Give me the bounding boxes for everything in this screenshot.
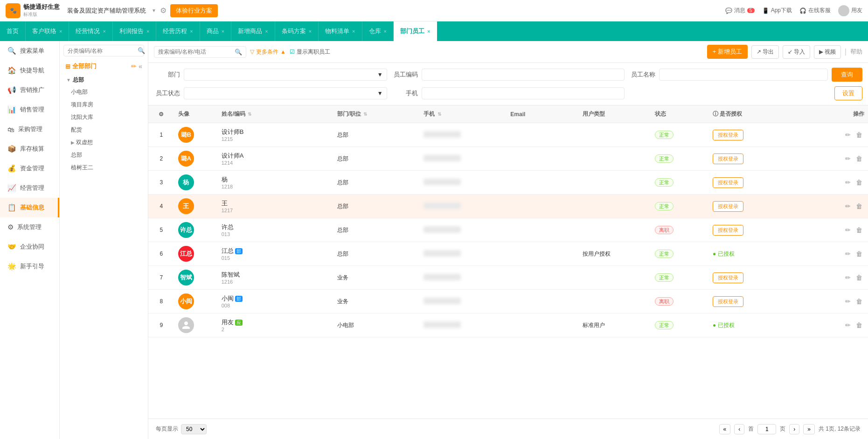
edit-dept-icon[interactable]: ✏ bbox=[131, 63, 137, 70]
sidebar-item-collab[interactable]: 🤝 企业协同 bbox=[0, 237, 59, 257]
tab-customer[interactable]: 客户联络 × bbox=[26, 21, 69, 41]
tab-operation[interactable]: 经营情况 × bbox=[69, 21, 112, 41]
help-label[interactable]: 帮助 bbox=[850, 48, 862, 56]
close-icon[interactable]: × bbox=[384, 28, 387, 34]
close-icon[interactable]: × bbox=[59, 28, 62, 34]
delete-btn[interactable]: 🗑 bbox=[854, 202, 864, 211]
edit-btn[interactable]: ✏ bbox=[843, 154, 853, 163]
auth-login-btn[interactable]: 授权登录 bbox=[713, 153, 743, 164]
auth-login-btn[interactable]: 授权登录 bbox=[713, 296, 743, 307]
auth-login-btn[interactable]: 授权登录 bbox=[713, 201, 743, 212]
more-filter-btn[interactable]: ▽ 更多条件 ▲ bbox=[250, 48, 286, 56]
sidebar-item-quicknav[interactable]: 🏠 快捷导航 bbox=[0, 61, 59, 80]
edit-btn[interactable]: ✏ bbox=[843, 178, 853, 187]
delete-btn[interactable]: 🗑 bbox=[854, 154, 864, 163]
sidebar-item-search[interactable]: 🔍 搜索菜单 bbox=[0, 41, 59, 61]
auth-login-btn[interactable]: 授权登录 bbox=[713, 177, 743, 188]
delete-btn[interactable]: 🗑 bbox=[854, 130, 864, 139]
delete-btn[interactable]: 🗑 bbox=[854, 178, 864, 187]
close-icon[interactable]: × bbox=[190, 28, 193, 34]
close-icon[interactable]: × bbox=[146, 28, 149, 34]
auth-login-btn[interactable]: 授权登录 bbox=[713, 272, 743, 283]
edit-btn[interactable]: ✏ bbox=[843, 225, 853, 235]
first-page-btn[interactable]: « bbox=[719, 424, 731, 434]
video-btn[interactable]: ▶ 视频 bbox=[814, 45, 841, 59]
col-name-code[interactable]: 姓名/编码 ⇅ bbox=[218, 105, 333, 123]
emp-code-input[interactable] bbox=[422, 69, 625, 81]
settings-icon[interactable]: ⚙ bbox=[160, 6, 167, 15]
close-icon[interactable]: × bbox=[103, 28, 105, 34]
app-download-btn[interactable]: 📱 App下载 bbox=[762, 7, 792, 14]
search-input[interactable] bbox=[158, 49, 233, 55]
dept-item-shenyangdaku[interactable]: 沈阳大库 bbox=[63, 111, 144, 124]
query-btn[interactable]: 查询 bbox=[832, 68, 862, 82]
tab-profit[interactable]: 利润报告 × bbox=[113, 21, 156, 41]
delete-btn[interactable]: 🗑 bbox=[854, 297, 864, 306]
dept-item-zongbu2[interactable]: 总部 bbox=[63, 149, 144, 161]
dept-search-input[interactable] bbox=[68, 48, 138, 54]
dept-select[interactable]: ▼ bbox=[184, 69, 387, 81]
page-size-select[interactable]: 50 100 200 bbox=[181, 424, 207, 434]
all-dept-btn[interactable]: ⊞ 全部部门 bbox=[65, 62, 97, 70]
tab-history[interactable]: 经营历程 × bbox=[156, 21, 200, 41]
export-btn[interactable]: ↗ 导出 bbox=[751, 45, 779, 59]
close-icon[interactable]: × bbox=[265, 28, 268, 34]
add-employee-btn[interactable]: + 新增员工 bbox=[707, 45, 748, 59]
page-input[interactable] bbox=[757, 424, 776, 434]
sidebar-item-inventory[interactable]: 📦 库存核算 bbox=[0, 139, 59, 159]
delete-btn[interactable]: 🗑 bbox=[854, 321, 864, 330]
sidebar-item-system[interactable]: ⚙ 系统管理 bbox=[0, 217, 59, 237]
auth-login-btn[interactable]: 授权登录 bbox=[713, 225, 743, 236]
dept-item-xiangmukufang[interactable]: 项目库房 bbox=[63, 98, 144, 111]
sidebar-item-basic-info[interactable]: 📋 基础信息 bbox=[0, 198, 59, 217]
dept-group-zongbu[interactable]: ▼ 总部 bbox=[63, 74, 144, 86]
close-icon[interactable]: × bbox=[222, 28, 224, 34]
col-phone[interactable]: 手机 ⇅ bbox=[420, 105, 507, 123]
import-btn[interactable]: ↙ 导入 bbox=[783, 45, 810, 59]
close-icon[interactable]: × bbox=[309, 28, 312, 34]
tab-new-goods[interactable]: 新增商品 × bbox=[231, 21, 275, 41]
next-page-btn[interactable]: › bbox=[789, 424, 799, 434]
settings-btn[interactable]: 设置 bbox=[834, 86, 862, 100]
message-btn[interactable]: 💬 消息 5 bbox=[725, 7, 755, 14]
tab-warehouse[interactable]: 仓库 × bbox=[362, 21, 394, 41]
dept-item-peihuo[interactable]: 配货 bbox=[63, 124, 144, 136]
tab-bom[interactable]: 物料清单 × bbox=[319, 21, 362, 41]
dept-item-zhishu[interactable]: 植树王二 bbox=[63, 161, 144, 174]
close-icon[interactable]: × bbox=[352, 28, 355, 34]
phone-input[interactable] bbox=[422, 87, 625, 99]
sidebar-item-operations[interactable]: 📈 经营管理 bbox=[0, 178, 59, 198]
tab-home[interactable]: 首页 bbox=[0, 21, 26, 41]
show-resigned-toggle[interactable]: ☑ 显示离职员工 bbox=[290, 48, 330, 56]
edit-btn[interactable]: ✏ bbox=[843, 297, 853, 306]
edit-btn[interactable]: ✏ bbox=[843, 249, 853, 258]
sidebar-item-finance[interactable]: 💰 资金管理 bbox=[0, 159, 59, 178]
tab-dept-staff[interactable]: 部门员工 × bbox=[394, 21, 437, 41]
close-icon[interactable]: × bbox=[427, 28, 430, 34]
collapse-dept-icon[interactable]: « bbox=[139, 63, 142, 70]
dept-item-shuangxuxiang[interactable]: ▶ 双虚想 bbox=[63, 136, 144, 149]
edit-btn[interactable]: ✏ bbox=[843, 130, 853, 139]
prev-page-btn[interactable]: ‹ bbox=[734, 424, 744, 434]
tab-barcode[interactable]: 条码方案 × bbox=[275, 21, 319, 41]
system-title-dropdown[interactable]: ▼ bbox=[152, 8, 156, 13]
emp-status-select[interactable]: ▼ bbox=[184, 87, 387, 99]
emp-name-input[interactable] bbox=[659, 69, 828, 81]
tab-goods[interactable]: 商品 × bbox=[200, 21, 231, 41]
edit-btn[interactable]: ✏ bbox=[843, 273, 853, 282]
sidebar-item-guide[interactable]: 🌟 新手引导 bbox=[0, 257, 59, 276]
sidebar-item-purchase[interactable]: 🛍 采购管理 bbox=[0, 119, 59, 139]
sidebar-item-sales[interactable]: 📊 销售管理 bbox=[0, 100, 59, 119]
last-page-btn[interactable]: » bbox=[803, 424, 815, 434]
user-btn[interactable]: 用友 bbox=[838, 5, 862, 16]
search-box[interactable]: 🔍 bbox=[154, 46, 246, 58]
edit-btn[interactable]: ✏ bbox=[843, 202, 853, 211]
edit-btn[interactable]: ✏ bbox=[843, 321, 853, 330]
dept-item-xiaodiandu[interactable]: 小电部 bbox=[63, 86, 144, 98]
delete-btn[interactable]: 🗑 bbox=[854, 225, 864, 235]
dept-search-box[interactable]: 🔍 bbox=[63, 45, 144, 56]
auth-login-btn[interactable]: 授权登录 bbox=[713, 130, 743, 140]
delete-btn[interactable]: 🗑 bbox=[854, 249, 864, 258]
col-dept-pos[interactable]: 部门/职位 ⇅ bbox=[333, 105, 420, 123]
online-service-btn[interactable]: 🎧 在线客服 bbox=[799, 7, 831, 14]
